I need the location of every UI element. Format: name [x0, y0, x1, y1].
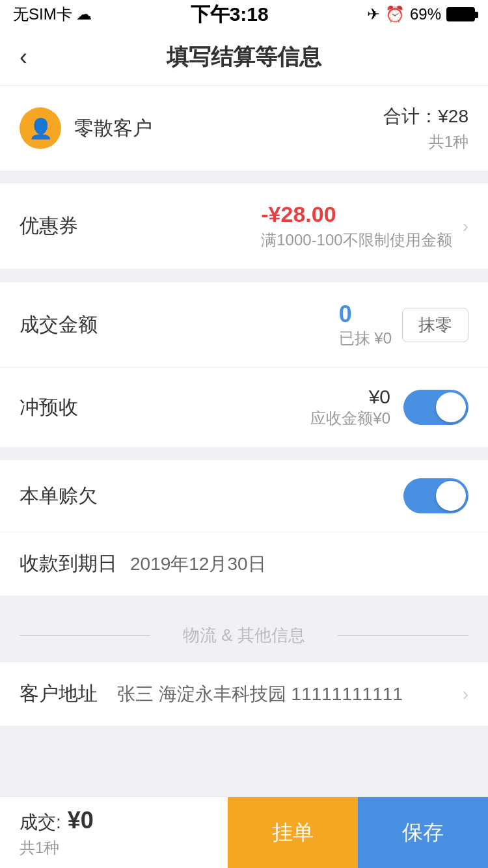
debt-toggle-knob	[436, 481, 466, 511]
gap-4	[0, 595, 488, 608]
prepay-toggle[interactable]	[403, 390, 468, 425]
bottom-transaction-label: 成交:	[20, 810, 61, 835]
status-left: 无SIM卡 ☁	[13, 4, 92, 25]
transaction-label: 成交金额	[20, 312, 98, 338]
customer-left: 👤 零散客户	[20, 107, 152, 149]
debt-row: 本单赊欠	[0, 460, 488, 532]
logistics-label: 物流 & 其他信息	[183, 624, 305, 647]
customer-row: 👤 零散客户 合计：¥28 共1种	[0, 86, 488, 170]
nav-bar: ‹ 填写结算等信息	[0, 29, 488, 86]
transaction-sub: 已抹 ¥0	[339, 328, 392, 349]
total-amount: 合计：¥28	[383, 104, 468, 129]
prepay-value: ¥0	[310, 386, 390, 408]
coupon-chevron-icon: ›	[463, 216, 468, 237]
customer-name: 零散客户	[74, 115, 152, 142]
customer-section: 👤 零散客户 合计：¥28 共1种	[0, 86, 488, 170]
bottom-bar: 成交: ¥0 共1种 挂单 保存	[0, 796, 488, 868]
due-date-row: 收款到期日 2019年12月30日	[0, 532, 488, 595]
prepay-values: ¥0 应收金额¥0	[310, 386, 390, 429]
page-title: 填写结算等信息	[167, 42, 321, 72]
back-button[interactable]: ‹	[20, 44, 27, 71]
logistics-divider: 物流 & 其他信息	[0, 608, 488, 662]
due-date-label: 收款到期日	[20, 550, 117, 577]
divider-line-right	[338, 635, 468, 636]
gap-5	[0, 726, 488, 739]
location-icon: ✈	[367, 5, 380, 23]
toggle-knob	[436, 392, 466, 422]
due-date-value: 2019年12月30日	[130, 552, 266, 576]
address-section[interactable]: 客户地址 张三 海淀永丰科技园 11111111111 ›	[0, 662, 488, 726]
address-row[interactable]: 客户地址 张三 海淀永丰科技园 11111111111 ›	[0, 662, 488, 726]
status-right: ✈ ⏰ 69%	[367, 5, 475, 23]
sim-label: 无SIM卡 ☁	[13, 4, 92, 25]
coupon-right: -¥28.00 满1000-100不限制使用金额 ›	[261, 202, 468, 251]
debt-toggle[interactable]	[403, 478, 468, 513]
bottom-count: 共1种	[20, 837, 208, 858]
transaction-row: 成交金额 0 已抹 ¥0 抹零	[0, 282, 488, 367]
bottom-transaction: 成交: ¥0	[20, 807, 208, 835]
customer-total: 合计：¥28 共1种	[383, 104, 468, 152]
debt-section: 本单赊欠 收款到期日 2019年12月30日	[0, 460, 488, 595]
status-time: 下午3:18	[191, 1, 269, 28]
coupon-label: 优惠券	[20, 213, 78, 239]
divider-line-left	[20, 635, 150, 636]
gap-2	[0, 269, 488, 282]
transaction-value-block: 0 已抹 ¥0	[339, 301, 392, 349]
prepay-row: 冲预收 ¥0 应收金额¥0	[0, 367, 488, 447]
battery-percent: 69%	[410, 5, 441, 23]
hang-button[interactable]: 挂单	[228, 797, 358, 869]
coupon-value-block: -¥28.00 满1000-100不限制使用金额	[261, 202, 452, 251]
coupon-sub: 满1000-100不限制使用金额	[261, 230, 452, 251]
transaction-right: 0 已抹 ¥0 抹零	[339, 301, 468, 349]
gap-1	[0, 170, 488, 183]
bottom-info: 成交: ¥0 共1种	[0, 807, 228, 858]
avatar: 👤	[20, 107, 61, 149]
prepay-sub: 应收金额¥0	[310, 408, 390, 429]
address-value: 张三 海淀永丰科技园 11111111111	[117, 682, 443, 707]
save-button[interactable]: 保存	[358, 797, 488, 869]
status-bar: 无SIM卡 ☁ 下午3:18 ✈ ⏰ 69%	[0, 0, 488, 29]
transaction-section: 成交金额 0 已抹 ¥0 抹零 冲预收 ¥0 应收金额¥0	[0, 282, 488, 447]
debt-label: 本单赊欠	[20, 483, 98, 509]
content: 👤 零散客户 合计：¥28 共1种 优惠券 -¥28.00 满1000-100不…	[0, 86, 488, 868]
round-button[interactable]: 抹零	[402, 308, 468, 342]
alarm-icon: ⏰	[385, 5, 405, 23]
address-label: 客户地址	[20, 681, 98, 707]
coupon-section[interactable]: 优惠券 -¥28.00 满1000-100不限制使用金额 ›	[0, 183, 488, 269]
bottom-amount: ¥0	[68, 807, 94, 834]
coupon-row[interactable]: 优惠券 -¥28.00 满1000-100不限制使用金额 ›	[0, 183, 488, 269]
gap-3	[0, 447, 488, 460]
coupon-value: -¥28.00	[261, 202, 452, 227]
total-count: 共1种	[383, 131, 468, 152]
prepay-right: ¥0 应收金额¥0	[310, 386, 468, 429]
battery-icon	[446, 7, 475, 21]
transaction-value: 0	[339, 301, 392, 328]
address-chevron-icon: ›	[463, 684, 468, 705]
prepay-label: 冲预收	[20, 394, 78, 421]
